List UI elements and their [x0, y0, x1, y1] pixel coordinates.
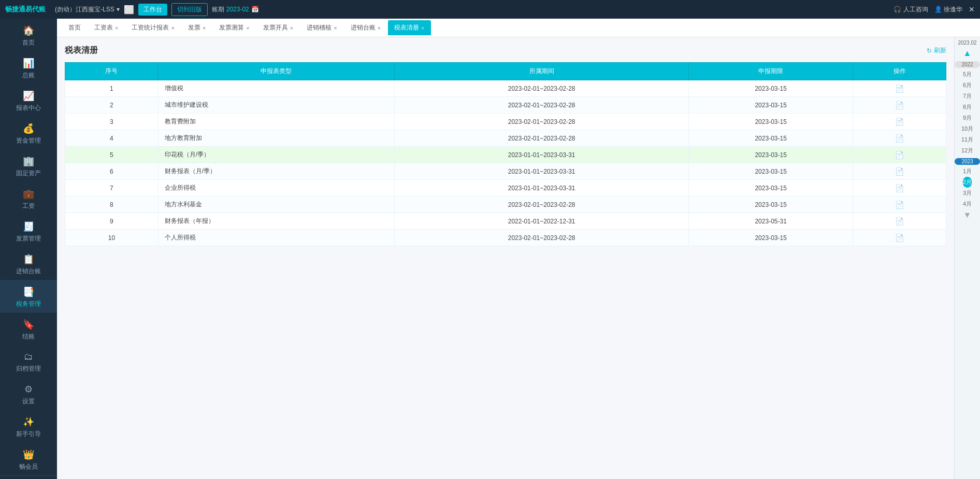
tab-invoice-open[interactable]: 发票开具×	[257, 20, 299, 35]
timeline-year-2023[interactable]: 2023	[955, 158, 980, 165]
tab-tax-list[interactable]: 税表清册×	[388, 20, 430, 35]
row-action[interactable]: 📄	[853, 80, 946, 97]
calendar-icon[interactable]: 📅	[251, 6, 259, 13]
timeline-month-2022-7月[interactable]: 7月	[961, 91, 973, 102]
tab-label-salary-report: 工资统计报表	[132, 23, 169, 32]
sidebar-item-settle[interactable]: 🔖结账	[0, 313, 57, 345]
timeline-month-2022-6月[interactable]: 6月	[961, 80, 973, 91]
row-action[interactable]: 📄	[853, 130, 946, 147]
sidebar-label-home: 首页	[22, 38, 35, 47]
timeline-month-2023-2月[interactable]: 2月	[963, 177, 972, 188]
timeline-down-button[interactable]: ▼	[962, 209, 973, 221]
table-row: 1增值税2023-02-01~2023-02-282023-03-15📄	[65, 80, 946, 97]
tab-close-salary[interactable]: ×	[115, 25, 118, 31]
sidebar-label-salary: 工资	[22, 202, 35, 210]
close-icon[interactable]: ✕	[969, 5, 975, 13]
row-action[interactable]: 📄	[853, 163, 946, 180]
view-icon[interactable]: 📄	[895, 151, 904, 159]
row-action[interactable]: 📄	[853, 180, 946, 196]
view-icon[interactable]: 📄	[895, 134, 904, 143]
top-bar-right: 🎧 人工咨询 👤 徐逢华 ✕	[893, 5, 975, 14]
row-no: 7	[65, 180, 158, 196]
timeline-month-2022-8月[interactable]: 8月	[961, 102, 973, 112]
tab-close-invoice-open[interactable]: ×	[290, 25, 293, 31]
service-button[interactable]: 🎧 人工咨询	[893, 5, 928, 14]
tab-close-sales-account[interactable]: ×	[378, 25, 381, 31]
view-icon[interactable]: 📄	[895, 217, 904, 226]
refresh-button[interactable]: ↻ 刷新	[927, 46, 946, 55]
sidebar-item-invoice-mgr[interactable]: 🧾发票管理	[0, 215, 57, 247]
view-icon[interactable]: 📄	[895, 184, 904, 192]
timeline-year-2022[interactable]: 2022	[955, 61, 980, 68]
refresh-icon: ↻	[927, 47, 932, 54]
guide-icon: ✨	[23, 416, 34, 428]
tab-sales-account[interactable]: 进销台账×	[344, 20, 387, 35]
timeline-up-button[interactable]: ▲	[962, 48, 973, 59]
sidebar-item-fund[interactable]: 💰资金管理	[0, 117, 57, 149]
view-icon[interactable]: 📄	[895, 101, 904, 109]
tab-salary-report[interactable]: 工资统计报表×	[125, 20, 180, 35]
row-type: 财务报表（年报）	[158, 213, 394, 230]
row-period: 2023-01-01~2023-03-31	[395, 163, 689, 180]
sidebar-label-sales-ledger: 进销台账	[16, 267, 41, 276]
row-no: 1	[65, 80, 158, 97]
tab-close-sales-check[interactable]: ×	[334, 25, 337, 31]
view-icon[interactable]: 📄	[895, 118, 904, 126]
unpin-button[interactable]: 📌 取消固定	[0, 476, 57, 479]
view-icon[interactable]: 📄	[895, 234, 904, 242]
tab-invoice[interactable]: 发票×	[182, 20, 212, 35]
sidebar-item-ledger[interactable]: 📊总账	[0, 51, 57, 84]
tax-table: 序号申报表类型所属期间申报期限操作 1增值税2023-02-01~2023-02…	[65, 62, 946, 246]
row-action[interactable]: 📄	[853, 97, 946, 114]
timeline-month-2022-11月[interactable]: 11月	[961, 134, 973, 145]
tab-close-invoice-calc[interactable]: ×	[246, 25, 249, 31]
sidebar-item-tax-mgr[interactable]: 📑税务管理	[0, 280, 57, 313]
tab-salary[interactable]: 工资表×	[88, 20, 124, 35]
sidebar-label-guide: 新手引导	[16, 430, 41, 439]
sidebar-item-guide[interactable]: ✨新手引导	[0, 410, 57, 443]
user-menu[interactable]: 👤 徐逢华	[934, 5, 962, 14]
sidebar-label-member: 畅会员	[19, 462, 38, 471]
view-icon[interactable]: 📄	[895, 201, 904, 209]
tab-sales-check[interactable]: 进销稽核×	[300, 20, 343, 35]
row-action[interactable]: 📄	[853, 230, 946, 246]
row-action[interactable]: 📄	[853, 147, 946, 163]
row-deadline: 2023-03-15	[689, 130, 853, 147]
timeline-month-2022-10月[interactable]: 10月	[961, 123, 973, 134]
timeline-month-2022-9月[interactable]: 9月	[961, 112, 973, 123]
company-dropdown-icon[interactable]: ▾	[117, 6, 120, 13]
sidebar-label-settle: 结账	[22, 332, 35, 341]
timeline-month-2023-3月[interactable]: 3月	[963, 188, 972, 199]
tab-home[interactable]: 首页	[62, 20, 87, 35]
sidebar-item-home[interactable]: 🏠首页	[0, 19, 57, 51]
timeline-month-2023-4月[interactable]: 4月	[963, 199, 972, 209]
page-content: 税表清册 ↻ 刷新 序号申报表类型所属期间申报期限操作 1增值税2023-02-…	[57, 37, 980, 479]
sidebar-label-ledger: 总账	[22, 71, 35, 80]
row-deadline: 2023-03-15	[689, 97, 853, 114]
tab-close-salary-report[interactable]: ×	[171, 25, 174, 31]
view-icon[interactable]: 📄	[895, 167, 904, 176]
workbench-button[interactable]: 工作台	[138, 4, 167, 16]
row-period: 2023-02-01~2023-02-28	[395, 196, 689, 213]
view-icon[interactable]: 📄	[895, 84, 904, 93]
sidebar-item-settings[interactable]: ⚙设置	[0, 377, 57, 410]
row-action[interactable]: 📄	[853, 213, 946, 230]
sidebar-item-salary[interactable]: 💼工资	[0, 182, 57, 215]
sidebar-item-archive[interactable]: 🗂归档管理	[0, 345, 57, 377]
sidebar-item-sales-ledger[interactable]: 📋进销台账	[0, 247, 57, 280]
timeline-month-2022-12月[interactable]: 12月	[961, 145, 973, 156]
sidebar-item-report[interactable]: 📈报表中心	[0, 84, 57, 117]
row-action[interactable]: 📄	[853, 114, 946, 130]
sidebar-item-member[interactable]: 👑畅会员	[0, 443, 57, 475]
company-selector[interactable]: (勿动）江西服宝-LSS ▾	[55, 5, 120, 14]
row-action[interactable]: 📄	[853, 196, 946, 213]
sidebar-item-asset[interactable]: 🏢固定资产	[0, 149, 57, 182]
row-no: 2	[65, 97, 158, 114]
tab-close-tax-list[interactable]: ×	[421, 25, 424, 31]
tab-close-invoice[interactable]: ×	[203, 25, 206, 31]
switch-old-button[interactable]: 切到旧版	[171, 3, 208, 16]
timeline-month-2023-1月[interactable]: 1月	[963, 166, 972, 177]
settle-icon: 🔖	[23, 319, 34, 330]
timeline-month-2022-5月[interactable]: 5月	[961, 69, 973, 80]
tab-invoice-calc[interactable]: 发票测算×	[213, 20, 255, 35]
